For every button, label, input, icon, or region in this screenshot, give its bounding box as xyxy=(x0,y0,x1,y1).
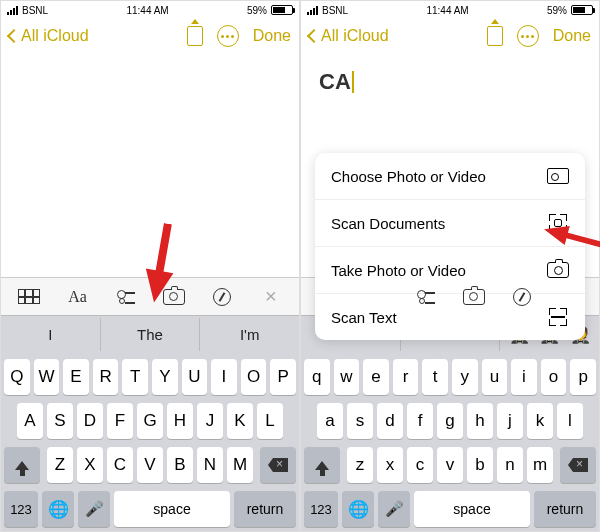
key-j[interactable]: J xyxy=(197,403,223,439)
key-r[interactable]: R xyxy=(93,359,119,395)
markup-icon[interactable] xyxy=(205,283,239,311)
menu-take-photo[interactable]: Take Photo or Video xyxy=(315,247,585,294)
predictive-bar: I The I'm xyxy=(1,315,299,353)
key-m[interactable]: M xyxy=(227,447,253,483)
note-content[interactable]: CA Choose Photo or Video Scan Documents … xyxy=(301,53,599,277)
done-button[interactable]: Done xyxy=(253,27,291,45)
key-j[interactable]: j xyxy=(497,403,523,439)
back-label: All iCloud xyxy=(321,27,389,45)
key-g[interactable]: G xyxy=(137,403,163,439)
key-c[interactable]: C xyxy=(107,447,133,483)
key-q[interactable]: Q xyxy=(4,359,30,395)
back-button[interactable]: All iCloud xyxy=(309,27,389,45)
key-t[interactable]: t xyxy=(422,359,448,395)
key-c[interactable]: c xyxy=(407,447,433,483)
key-g[interactable]: g xyxy=(437,403,463,439)
key-t[interactable]: T xyxy=(122,359,148,395)
checklist-icon[interactable] xyxy=(109,283,143,311)
share-icon[interactable] xyxy=(487,26,503,46)
camera-icon[interactable] xyxy=(157,283,191,311)
text-cursor xyxy=(352,71,354,93)
key-u[interactable]: u xyxy=(482,359,508,395)
key-l[interactable]: L xyxy=(257,403,283,439)
key-n[interactable]: n xyxy=(497,447,523,483)
key-a[interactable]: A xyxy=(17,403,43,439)
key-w[interactable]: W xyxy=(34,359,60,395)
numbers-key[interactable]: 123 xyxy=(304,491,338,527)
predictive-suggestion[interactable]: I xyxy=(1,318,101,351)
key-x[interactable]: X xyxy=(77,447,103,483)
key-q[interactable]: q xyxy=(304,359,330,395)
globe-key[interactable]: 🌐 xyxy=(42,491,74,527)
key-v[interactable]: V xyxy=(137,447,163,483)
photo-icon xyxy=(547,167,569,185)
mic-key[interactable]: 🎤 xyxy=(78,491,110,527)
key-d[interactable]: d xyxy=(377,403,403,439)
key-e[interactable]: E xyxy=(63,359,89,395)
menu-scan-text[interactable]: Scan Text xyxy=(315,294,585,340)
camera-menu: Choose Photo or Video Scan Documents Tak… xyxy=(315,153,585,340)
key-m[interactable]: m xyxy=(527,447,553,483)
key-w[interactable]: w xyxy=(334,359,360,395)
chevron-left-icon xyxy=(307,29,321,43)
text-format-icon[interactable]: Aa xyxy=(60,283,94,311)
key-f[interactable]: f xyxy=(407,403,433,439)
menu-scan-documents[interactable]: Scan Documents xyxy=(315,200,585,247)
menu-label: Scan Documents xyxy=(331,215,445,232)
key-u[interactable]: U xyxy=(182,359,208,395)
key-s[interactable]: s xyxy=(347,403,373,439)
key-z[interactable]: Z xyxy=(47,447,73,483)
return-key[interactable]: return xyxy=(234,491,296,527)
key-b[interactable]: B xyxy=(167,447,193,483)
numbers-key[interactable]: 123 xyxy=(4,491,38,527)
key-b[interactable]: b xyxy=(467,447,493,483)
key-y[interactable]: y xyxy=(452,359,478,395)
key-h[interactable]: h xyxy=(467,403,493,439)
key-n[interactable]: N xyxy=(197,447,223,483)
key-r[interactable]: r xyxy=(393,359,419,395)
key-a[interactable]: a xyxy=(317,403,343,439)
key-f[interactable]: F xyxy=(107,403,133,439)
key-h[interactable]: H xyxy=(167,403,193,439)
close-toolbar-icon[interactable]: × xyxy=(254,283,288,311)
key-s[interactable]: S xyxy=(47,403,73,439)
key-l[interactable]: l xyxy=(557,403,583,439)
space-key[interactable]: space xyxy=(414,491,530,527)
return-key[interactable]: return xyxy=(534,491,596,527)
key-z[interactable]: z xyxy=(347,447,373,483)
backspace-key[interactable] xyxy=(560,447,596,483)
space-key[interactable]: space xyxy=(114,491,230,527)
key-i[interactable]: i xyxy=(511,359,537,395)
time-label: 11:44 AM xyxy=(126,5,168,16)
key-d[interactable]: D xyxy=(77,403,103,439)
shift-key[interactable] xyxy=(4,447,40,483)
mic-key[interactable]: 🎤 xyxy=(378,491,410,527)
globe-key[interactable]: 🌐 xyxy=(342,491,374,527)
predictive-suggestion[interactable]: I'm xyxy=(200,318,299,351)
shift-key[interactable] xyxy=(304,447,340,483)
key-o[interactable]: O xyxy=(241,359,267,395)
table-icon[interactable] xyxy=(12,283,46,311)
share-icon[interactable] xyxy=(187,26,203,46)
key-i[interactable]: I xyxy=(211,359,237,395)
carrier-label: BSNL xyxy=(22,5,48,16)
key-p[interactable]: P xyxy=(270,359,296,395)
key-o[interactable]: o xyxy=(541,359,567,395)
key-k[interactable]: K xyxy=(227,403,253,439)
menu-label: Scan Text xyxy=(331,309,397,326)
backspace-key[interactable] xyxy=(260,447,296,483)
key-y[interactable]: Y xyxy=(152,359,178,395)
more-icon[interactable] xyxy=(217,25,239,47)
key-p[interactable]: p xyxy=(570,359,596,395)
menu-choose-photo[interactable]: Choose Photo or Video xyxy=(315,153,585,200)
note-content[interactable] xyxy=(1,53,299,277)
key-v[interactable]: v xyxy=(437,447,463,483)
key-x[interactable]: x xyxy=(377,447,403,483)
done-button[interactable]: Done xyxy=(553,27,591,45)
key-e[interactable]: e xyxy=(363,359,389,395)
more-icon[interactable] xyxy=(517,25,539,47)
key-k[interactable]: k xyxy=(527,403,553,439)
back-button[interactable]: All iCloud xyxy=(9,27,89,45)
predictive-suggestion[interactable]: The xyxy=(101,318,201,351)
phone-right: BSNL 11:44 AM 59% All iCloud Done CA Cho… xyxy=(300,0,600,532)
